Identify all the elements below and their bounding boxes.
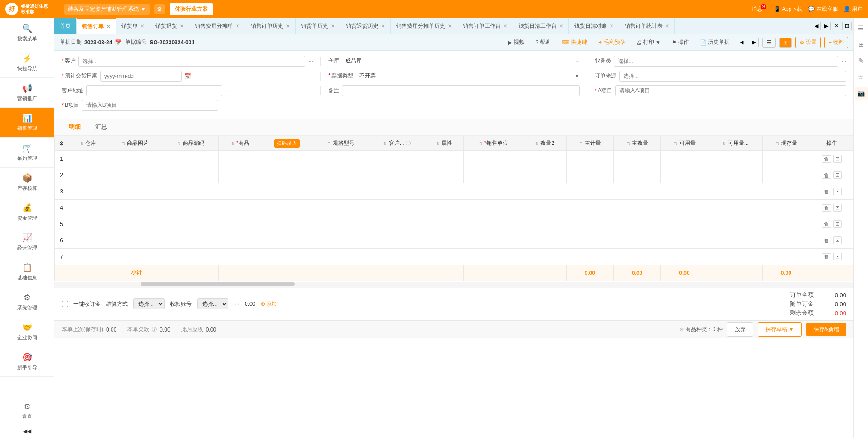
- sidebar-item-search[interactable]: 🔍 搜索菜单: [0, 18, 54, 48]
- one-click-checkbox[interactable]: [62, 301, 68, 307]
- tab-detail[interactable]: 明细: [62, 119, 88, 135]
- sidebar-item-guide[interactable]: 🎯 新手引导: [0, 347, 54, 377]
- row-1-copy-btn[interactable]: ⊡: [833, 155, 842, 163]
- row-2-delete-btn[interactable]: 🗑: [822, 172, 831, 179]
- right-star-btn[interactable]: ☆: [855, 71, 868, 83]
- row-6-delete-btn[interactable]: 🗑: [822, 237, 831, 244]
- tab-prev-btn[interactable]: ◀: [812, 22, 821, 30]
- method-select[interactable]: 选择...: [133, 298, 165, 309]
- row-2-attr[interactable]: [425, 167, 463, 183]
- row-2-main-qty[interactable]: [613, 167, 660, 183]
- layout-list-btn[interactable]: ☰: [762, 38, 776, 48]
- address-more-btn[interactable]: ···: [226, 87, 230, 94]
- help-btn[interactable]: ? 帮助: [532, 37, 554, 48]
- col-settings[interactable]: ⚙: [55, 136, 68, 151]
- sidebar-item-sales[interactable]: 📊 销售管理: [0, 108, 54, 138]
- address-input[interactable]: [86, 85, 222, 96]
- row-2-qty2[interactable]: [523, 167, 566, 183]
- tab-close-cashflow-workbench[interactable]: ✕: [559, 24, 563, 29]
- row-1-available2[interactable]: [708, 151, 762, 167]
- staff-more-btn[interactable]: ···: [842, 58, 846, 64]
- row-5-delete-btn[interactable]: 🗑: [822, 221, 831, 228]
- row-4-copy-btn[interactable]: ⊡: [833, 204, 842, 212]
- row-2-stock[interactable]: [762, 167, 810, 183]
- row-1-main-unit[interactable]: [566, 151, 613, 167]
- row-1-spec[interactable]: [313, 151, 369, 167]
- tab-close-sales-goods[interactable]: ✕: [141, 24, 144, 29]
- row-1-stock[interactable]: [762, 151, 810, 167]
- tab-close-return-history[interactable]: ✕: [381, 24, 385, 29]
- row-1-unit[interactable]: [464, 151, 523, 167]
- scrollbar-thumb[interactable]: [141, 282, 295, 286]
- profit-btn[interactable]: ✦ 毛利预估: [594, 37, 629, 48]
- tab-summary[interactable]: 销售订单统计表 ✕: [619, 18, 675, 34]
- sidebar-item-purchase[interactable]: 🛒 采购管理: [0, 138, 54, 168]
- tab-order-history[interactable]: 销售订单历史 ✕: [245, 18, 296, 34]
- gear-button[interactable]: ⚙: [154, 4, 165, 14]
- tab-close-sales-return[interactable]: ✕: [180, 24, 184, 29]
- notification-area[interactable]: 消息9: [752, 5, 769, 13]
- tab-sales-return[interactable]: 销货退货 ✕: [150, 18, 189, 34]
- tab-sales-fee[interactable]: 销售费用分摊单 ✕: [189, 18, 245, 34]
- row-2-customer-code[interactable]: [369, 167, 425, 183]
- tab-sales-goods[interactable]: 销货单 ✕: [116, 18, 150, 34]
- tab-close-fee-history[interactable]: ✕: [448, 24, 451, 29]
- row-6-copy-btn[interactable]: ⊡: [833, 236, 842, 244]
- row-3-delete-btn[interactable]: 🗑: [822, 188, 831, 195]
- tab-goods-history[interactable]: 销货单历史 ✕: [296, 18, 340, 34]
- scan-btn[interactable]: 扫码录入: [274, 139, 300, 148]
- tab-close-sales-order[interactable]: ✕: [107, 24, 110, 29]
- save-draft-btn[interactable]: 保存草稿 ▼: [758, 322, 802, 337]
- view-btn[interactable]: ▶ 视频: [504, 37, 528, 48]
- row-1-warehouse[interactable]: [68, 151, 107, 167]
- row-2-copy-btn[interactable]: ⊡: [833, 171, 842, 179]
- right-camera-btn[interactable]: 📷: [855, 87, 868, 100]
- settings-btn[interactable]: ⚙ 设置: [795, 37, 821, 48]
- row-2-available[interactable]: [661, 167, 708, 183]
- sidebar-item-marketing[interactable]: 📢 营销推广: [0, 78, 54, 108]
- industry-btn[interactable]: 体验行业方案: [170, 3, 213, 15]
- tab-return-history[interactable]: 销货退货历史 ✕: [340, 18, 391, 34]
- print-btn[interactable]: 🖨 打印 ▼: [633, 37, 664, 48]
- add-payment-btn[interactable]: ⊕ 添加: [261, 300, 277, 308]
- order-source-input[interactable]: [619, 71, 846, 82]
- discard-btn[interactable]: 放弃: [727, 322, 753, 337]
- sidebar-item-basic-info[interactable]: 📋 基础信息: [0, 257, 54, 287]
- horizontal-scrollbar[interactable]: [54, 282, 853, 288]
- tab-expand-btn[interactable]: ⊞: [842, 22, 852, 30]
- sidebar-item-system[interactable]: ⚙ 系统管理: [0, 287, 54, 317]
- system-selector[interactable]: 装备及固定资产辅助管理系统 ▼: [64, 4, 150, 15]
- row-1-available[interactable]: [661, 151, 708, 167]
- history-btn[interactable]: 📄 历史单据: [696, 37, 733, 48]
- tab-next-btn[interactable]: ▶: [822, 22, 831, 30]
- tab-menu-btn[interactable]: ✕: [832, 22, 841, 30]
- ops-btn[interactable]: ⚑ 操作: [668, 37, 693, 48]
- row-2-available2[interactable]: [708, 167, 762, 183]
- sidebar-item-quicknav[interactable]: ⚡ 快捷导航: [0, 48, 54, 78]
- tab-close-summary[interactable]: ✕: [665, 24, 669, 29]
- right-menu-btn[interactable]: ☰: [855, 22, 868, 34]
- row-1-qty2[interactable]: [523, 151, 566, 167]
- row-4-delete-btn[interactable]: 🗑: [822, 204, 831, 212]
- sidebar-settings-btn[interactable]: ⚙ 设置: [0, 398, 54, 424]
- tab-fee-history[interactable]: 销售费用分摊单历史 ✕: [391, 18, 457, 34]
- tab-cashflow-workbench[interactable]: 钱货日清工作台 ✕: [513, 18, 569, 34]
- calendar-icon[interactable]: 📅: [115, 39, 121, 46]
- account-select[interactable]: 选择...: [197, 298, 228, 309]
- staff-input[interactable]: [614, 56, 838, 67]
- tab-home[interactable]: 首页: [54, 18, 77, 34]
- next-record-btn[interactable]: ▶: [750, 38, 759, 47]
- row-2-main-unit[interactable]: [566, 167, 613, 183]
- tab-close-sales-fee[interactable]: ✕: [236, 24, 239, 29]
- warehouse-more-btn[interactable]: ···: [575, 58, 580, 64]
- note-input[interactable]: [342, 85, 580, 96]
- customer-more-btn[interactable]: ···: [309, 58, 313, 64]
- tab-close-order-history[interactable]: ✕: [286, 24, 290, 29]
- row-1-product[interactable]: [218, 151, 261, 167]
- row-5-copy-btn[interactable]: ⊡: [833, 220, 842, 228]
- row-2-warehouse[interactable]: [68, 167, 107, 183]
- sidebar-item-finance[interactable]: 💰 资金管理: [0, 197, 54, 227]
- delivery-calendar-icon[interactable]: 📅: [184, 73, 191, 79]
- a-project-input[interactable]: [615, 85, 846, 96]
- user-menu[interactable]: 👤 用户: [844, 5, 863, 13]
